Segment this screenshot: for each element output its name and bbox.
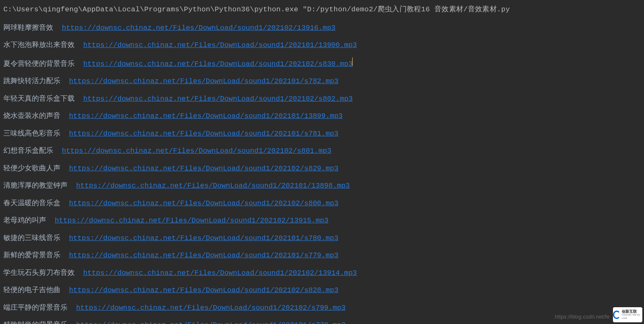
sound-url-link[interactable]: https://downsc.chinaz.net/Files/DownLoad… — [55, 215, 328, 226]
sound-label: 轻便的电子吉他曲 — [3, 285, 69, 296]
output-row: 学生玩石头剪刀布音效 https://downsc.chinaz.net/Fil… — [3, 264, 641, 282]
sound-label: 老母鸡的叫声 — [3, 215, 55, 226]
output-row: 轻便的电子吉他曲 https://downsc.chinaz.net/Files… — [3, 282, 641, 299]
output-row: 烧水壶装水的声音 https://downsc.chinaz.net/Files… — [3, 107, 641, 125]
output-row: 老母鸡的叫声 https://downsc.chinaz.net/Files/D… — [3, 212, 641, 230]
sound-label: 水下泡泡释放出来音效 — [3, 40, 83, 51]
sound-url-link[interactable]: https://downsc.chinaz.net/Files/DownLoad… — [76, 320, 345, 324]
watermark-text: https://blog.csdn.net/fe — [555, 313, 610, 321]
sound-url-link[interactable]: https://downsc.chinaz.net/Files/DownLoad… — [83, 94, 353, 105]
sound-url-link[interactable]: https://downsc.chinaz.net/Files/DownLoad… — [69, 250, 338, 261]
sound-label: 敏捷的三味线音乐 — [3, 233, 69, 244]
sound-url-link[interactable]: https://downsc.chinaz.net/Files/DownLoad… — [76, 303, 345, 314]
console-output: 网球鞋摩擦音效 https://downsc.chinaz.net/Files/… — [3, 19, 641, 324]
sound-url-link[interactable]: https://downsc.chinaz.net/Files/DownLoad… — [69, 76, 338, 87]
sound-url-link[interactable]: https://downsc.chinaz.net/Files/DownLoad… — [69, 163, 338, 174]
output-row: 新鲜的爱背景音乐 https://downsc.chinaz.net/Files… — [3, 247, 641, 264]
sound-label: 网球鞋摩擦音效 — [3, 23, 62, 34]
output-row: 水下泡泡释放出来音效 https://downsc.chinaz.net/Fil… — [3, 37, 641, 54]
output-row: 清脆浑厚的教堂钟声 https://downsc.chinaz.net/File… — [3, 177, 641, 195]
sound-url-link[interactable]: https://downsc.chinaz.net/Files/DownLoad… — [83, 40, 357, 51]
sound-url-link[interactable]: https://downsc.chinaz.net/Files/DownLoad… — [69, 285, 338, 296]
output-row: 夏令营轻便的背景音乐 https://downsc.chinaz.net/Fil… — [3, 54, 641, 73]
output-row: 三味线高色彩音乐 https://downsc.chinaz.net/Files… — [3, 125, 641, 143]
sound-label: 年轻天真的音乐盒下载 — [3, 94, 83, 105]
logo-main: 创新互联 — [622, 310, 642, 314]
sound-url-link[interactable]: https://downsc.chinaz.net/Files/DownLoad… — [69, 128, 338, 139]
sound-url-link[interactable]: https://downsc.chinaz.net/Files/DownLoad… — [76, 180, 350, 191]
sound-label: 清脆浑厚的教堂钟声 — [3, 180, 76, 191]
sound-label: 夏令营轻便的背景音乐 — [3, 59, 83, 70]
sound-label: 三味线高色彩音乐 — [3, 128, 69, 139]
output-row: 精致时尚的背景音乐 https://downsc.chinaz.net/File… — [3, 316, 641, 324]
sound-url-link[interactable]: https://downsc.chinaz.net/Files/DownLoad… — [69, 198, 338, 209]
sound-label: 烧水壶装水的声音 — [3, 111, 69, 122]
logo-icon — [613, 311, 621, 319]
sound-url-link[interactable]: https://downsc.chinaz.net/Files/DownLoad… — [62, 23, 335, 34]
sound-url-link[interactable]: https://downsc.chinaz.net/Files/DownLoad… — [83, 268, 357, 279]
command-line: C:\Users\qingfeng\AppData\Local\Programs… — [3, 4, 641, 15]
output-row: 网球鞋摩擦音效 https://downsc.chinaz.net/Files/… — [3, 19, 641, 37]
sound-label: 学生玩石头剪刀布音效 — [3, 268, 83, 279]
sound-label: 幻想音乐盒配乐 — [3, 146, 62, 157]
sound-url-link[interactable]: https://downsc.chinaz.net/Files/DownLoad… — [83, 59, 353, 70]
sound-label: 端庄平静的背景音乐 — [3, 303, 76, 314]
output-row: 端庄平静的背景音乐 https://downsc.chinaz.net/File… — [3, 299, 641, 317]
sound-label: 新鲜的爱背景音乐 — [3, 250, 69, 261]
sound-label: 春天温暖的音乐盒 — [3, 198, 69, 209]
output-row: 春天温暖的音乐盒 https://downsc.chinaz.net/Files… — [3, 195, 641, 212]
output-row: 跳舞快转活力配乐 https://downsc.chinaz.net/Files… — [3, 73, 641, 90]
logo-sub: CHUANG XIN HU LIAN — [622, 314, 642, 320]
sound-url-link[interactable]: https://downsc.chinaz.net/Files/DownLoad… — [62, 146, 331, 157]
sound-label: 精致时尚的背景音乐 — [3, 320, 76, 324]
sound-label: 跳舞快转活力配乐 — [3, 76, 69, 87]
sound-url-link[interactable]: https://downsc.chinaz.net/Files/DownLoad… — [69, 233, 338, 244]
output-row: 幻想音乐盒配乐 https://downsc.chinaz.net/Files/… — [3, 142, 641, 160]
output-row: 年轻天真的音乐盒下载 https://downsc.chinaz.net/Fil… — [3, 90, 641, 108]
text-cursor — [352, 57, 353, 66]
sound-url-link[interactable]: https://downsc.chinaz.net/Files/DownLoad… — [69, 111, 343, 122]
logo-badge: 创新互联 CHUANG XIN HU LIAN — [613, 307, 642, 322]
output-row: 敏捷的三味线音乐 https://downsc.chinaz.net/Files… — [3, 230, 641, 247]
output-row: 轻便少女歌曲人声 https://downsc.chinaz.net/Files… — [3, 160, 641, 178]
sound-label: 轻便少女歌曲人声 — [3, 163, 69, 174]
logo-text-wrap: 创新互联 CHUANG XIN HU LIAN — [622, 310, 642, 320]
